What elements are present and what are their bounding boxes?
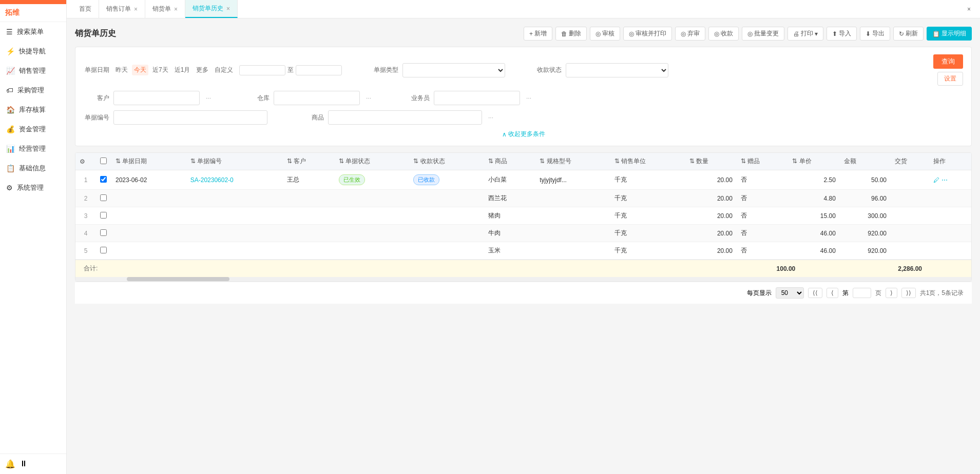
more-action-link[interactable]: ⋯	[941, 176, 948, 184]
sidebar-item-purchase-mgmt[interactable]: 🏷 采购管理	[0, 81, 66, 100]
sidebar-item-inventory[interactable]: 🏠 库存核算	[0, 100, 66, 120]
row-goods: 玉米	[484, 242, 535, 260]
salesperson-picker-btn[interactable]: ···	[524, 94, 533, 102]
sort-icon[interactable]: ⇅	[792, 157, 797, 165]
sort-icon[interactable]: ⇅	[413, 157, 418, 165]
sort-icon[interactable]: ⇅	[339, 157, 344, 165]
filter-doc-no: 单据编号	[84, 110, 267, 125]
close-icon[interactable]: ×	[226, 5, 230, 12]
show-detail-button[interactable]: 📋 显示明细	[927, 27, 972, 41]
last-page-button[interactable]: ⟩⟩	[901, 288, 916, 298]
tab-label: 销售订单	[106, 5, 131, 13]
sidebar-item-quick-nav[interactable]: ⚡ 快捷导航	[0, 42, 66, 61]
tab-sales-history[interactable]: 销货单历史 ×	[185, 0, 238, 18]
shortcut-yesterday[interactable]: 昨天	[113, 65, 130, 75]
sidebar-item-sales-mgmt[interactable]: 📈 销售管理	[0, 61, 66, 81]
sort-icon[interactable]: ⇅	[287, 157, 292, 165]
sidebar-item-ops-mgmt[interactable]: 📊 经营管理	[0, 139, 66, 159]
row-goods: 小白菜	[484, 170, 535, 190]
sort-icon[interactable]: ⇅	[741, 157, 746, 165]
audit-print-button[interactable]: ◎ 审核并打印	[623, 27, 672, 41]
warehouse-input[interactable]	[274, 91, 360, 105]
horizontal-scrollbar[interactable]	[75, 277, 971, 281]
shortcut-7days[interactable]: 近7天	[150, 65, 170, 75]
doc-no-link[interactable]: SA-20230602-0	[190, 176, 234, 184]
row-check[interactable]	[96, 242, 111, 260]
shortcut-more[interactable]: 更多	[194, 65, 210, 75]
row-check[interactable]	[96, 207, 111, 225]
row-checkbox[interactable]	[100, 247, 107, 253]
gear-icon[interactable]: ⚙	[80, 158, 85, 165]
sort-icon[interactable]: ⇅	[540, 157, 545, 165]
plus-icon: +	[529, 30, 533, 37]
sidebar-item-finance-mgmt[interactable]: 💰 资金管理	[0, 120, 66, 139]
query-button[interactable]: 查询	[933, 54, 963, 69]
sidebar-item-sys-mgmt[interactable]: ⚙ 系统管理	[0, 178, 66, 198]
scrollbar-thumb[interactable]	[127, 277, 229, 281]
row-checkbox[interactable]	[100, 212, 107, 219]
page-label-end: 页	[875, 289, 881, 298]
row-check[interactable]	[96, 225, 111, 242]
close-icon[interactable]: ×	[134, 6, 138, 13]
refresh-button[interactable]: ↻ 刷新	[893, 27, 924, 41]
new-button[interactable]: + 新增	[524, 27, 552, 41]
print-button[interactable]: 🖨 打印 ▾	[787, 27, 823, 41]
sales-icon: 📈	[6, 67, 15, 75]
batch-change-button[interactable]: ◎ 批量变更	[742, 27, 784, 41]
prev-page-button[interactable]: ⟨	[827, 288, 838, 298]
edit-action-link[interactable]: 🖊	[933, 176, 939, 184]
shortcut-custom[interactable]: 自定义	[213, 65, 235, 75]
row-checkbox[interactable]	[100, 194, 107, 201]
row-gift: 否	[737, 170, 788, 190]
tab-sales-order[interactable]: 销售订单 ×	[99, 0, 145, 18]
date-to-input[interactable]: 2023-06-02	[296, 65, 342, 75]
collect-status-select[interactable]	[566, 63, 668, 77]
delete-button[interactable]: 🗑 删除	[555, 27, 587, 41]
sidebar-item-basic-info[interactable]: 📋 基础信息	[0, 159, 66, 178]
notification-icon[interactable]: 🔔	[5, 459, 15, 469]
settings-button[interactable]: 设置	[937, 72, 963, 86]
doc-type-select[interactable]	[402, 63, 505, 77]
date-from-input[interactable]: 2023-06-02	[239, 65, 285, 75]
salesperson-input[interactable]	[434, 91, 520, 105]
close-icon[interactable]: ×	[174, 6, 178, 13]
goods-input[interactable]	[328, 110, 482, 125]
page-number-input[interactable]: 1	[853, 288, 871, 298]
data-table: ⚙ ⇅ 单据日期 ⇅ 单据编号 ⇅ 客户 ⇅ 单据状态 ⇅ 收款状态 ⇅ 商品 …	[75, 153, 971, 260]
customer-picker-btn[interactable]: ···	[204, 94, 213, 102]
sidebar-item-search-menu[interactable]: ☰ 搜索菜单	[0, 22, 66, 42]
warehouse-picker-btn[interactable]: ···	[364, 94, 373, 102]
tab-label: 首页	[79, 5, 91, 13]
audit-button[interactable]: ◎ 审核	[590, 27, 620, 41]
customer-input[interactable]	[113, 91, 200, 105]
row-checkbox[interactable]	[100, 229, 107, 236]
tab-sales-delivery[interactable]: 销货单 ×	[145, 0, 185, 18]
collect-button[interactable]: ◎ 收款	[708, 27, 739, 41]
row-check[interactable]	[96, 190, 111, 207]
sort-icon[interactable]: ⇅	[190, 157, 196, 165]
collapse-button[interactable]: ∧ 收起更多条件	[502, 130, 545, 139]
shortcut-today[interactable]: 今天	[132, 65, 148, 75]
shortcut-1month[interactable]: 近1月	[172, 65, 193, 75]
row-check[interactable]	[96, 170, 111, 190]
export-button[interactable]: ⬇ 导出	[860, 27, 890, 41]
import-button[interactable]: ⬆ 导入	[827, 27, 857, 41]
ops-icon: 📊	[6, 145, 15, 153]
pause-icon[interactable]: ⏸	[20, 459, 28, 469]
next-page-button[interactable]: ⟩	[886, 288, 897, 298]
sort-icon[interactable]: ⇅	[614, 157, 620, 165]
sort-icon[interactable]: ⇅	[689, 157, 695, 165]
select-all-checkbox[interactable]	[100, 157, 107, 164]
page-size-select[interactable]: 50 10 20 100	[776, 287, 804, 299]
first-page-button[interactable]: ⟨⟨	[808, 288, 822, 298]
abandon-button[interactable]: ◎ 弃审	[675, 27, 705, 41]
doc-no-input[interactable]	[113, 110, 267, 125]
goods-picker-btn[interactable]: ···	[486, 114, 495, 121]
close-all-tabs[interactable]: ×	[963, 6, 975, 13]
filter-doc-type: 单据类型	[373, 63, 505, 77]
row-checkbox[interactable]	[100, 176, 107, 183]
table-row: 5玉米千克20.00否46.00920.00	[75, 242, 971, 260]
sort-icon[interactable]: ⇅	[488, 157, 493, 165]
sort-icon[interactable]: ⇅	[116, 157, 121, 165]
tab-home[interactable]: 首页	[72, 0, 99, 18]
